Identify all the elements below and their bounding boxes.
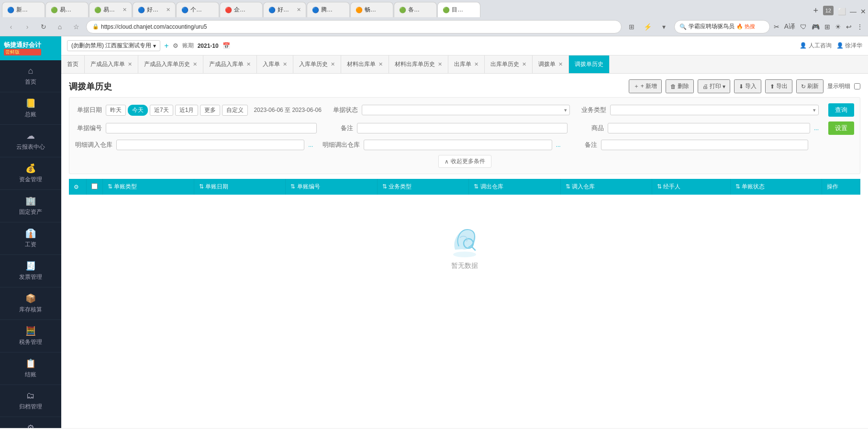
- browser-tab-tab10[interactable]: 🟢各…: [394, 2, 437, 17]
- col-from-wh[interactable]: ⇅ 调出仓库: [469, 179, 560, 195]
- page-tab-transfer-history[interactable]: 调拨单历史: [569, 55, 610, 74]
- back-btn[interactable]: ‹: [5, 21, 17, 33]
- tab-close-icon[interactable]: ✕: [283, 61, 287, 67]
- select-all-checkbox[interactable]: [91, 183, 98, 189]
- tab-close-icon[interactable]: ✕: [522, 61, 526, 67]
- sidebar-item-payroll[interactable]: 👔工资: [0, 222, 61, 255]
- setting-btn[interactable]: 设置: [828, 121, 854, 135]
- goods-more-icon[interactable]: ...: [814, 125, 819, 132]
- sidebar-item-home[interactable]: ⌂首页: [0, 60, 61, 92]
- calendar-icon[interactable]: 📅: [223, 42, 230, 49]
- scissors-icon[interactable]: ✂: [774, 23, 779, 31]
- status-select[interactable]: [362, 105, 570, 115]
- browser-tab-tab9[interactable]: 🟠畅…: [350, 2, 393, 17]
- undo-icon[interactable]: ↩: [846, 23, 852, 31]
- col-no[interactable]: ⇅ 单账编号: [286, 179, 377, 195]
- date-btn-近1月[interactable]: 近1月: [175, 105, 199, 116]
- out-warehouse-more-icon[interactable]: ...: [556, 142, 561, 148]
- delete-btn[interactable]: 🗑 删除: [666, 79, 694, 93]
- address-box[interactable]: 🔒 https://cloud.chanjet.com/accounting/u…: [86, 20, 622, 33]
- customer-service-btn[interactable]: 👤 人工咨询: [800, 42, 831, 50]
- remark-input[interactable]: [357, 123, 568, 133]
- page-tab-product-in[interactable]: 产成品入库单✕: [85, 55, 138, 74]
- page-tab-out[interactable]: 出库单✕: [448, 55, 485, 74]
- sidebar-item-tax[interactable]: 🧮税务管理: [0, 320, 61, 352]
- sidebar-item-settings[interactable]: ⚙基础设置: [0, 417, 61, 428]
- menu-btn[interactable]: ▾: [658, 21, 670, 33]
- close-browser-btn[interactable]: ✕: [860, 8, 866, 15]
- in-warehouse-more-icon[interactable]: ...: [308, 142, 313, 148]
- add-company-btn[interactable]: +: [164, 42, 168, 50]
- controller-icon[interactable]: 🎮: [812, 23, 820, 31]
- translate-icon[interactable]: A译: [784, 22, 795, 31]
- page-tab-home[interactable]: 首页: [61, 55, 85, 74]
- table-settings-col[interactable]: ⚙: [69, 179, 86, 195]
- date-btn-昨天[interactable]: 昨天: [106, 105, 126, 116]
- date-btn-自定义[interactable]: 自定义: [222, 105, 248, 116]
- sidebar-item-ledger[interactable]: 📒总账: [0, 92, 61, 125]
- company-selector[interactable]: (勿删勿禁用) 江西服宝测试专用 ▾: [67, 40, 160, 51]
- date-btn-今天[interactable]: 今天: [128, 105, 148, 116]
- col-date[interactable]: ⇅ 单账日期: [194, 179, 285, 195]
- page-tab-transfer[interactable]: 调拨单✕: [533, 55, 569, 74]
- collapse-btn[interactable]: ∧ 收起更多条件: [438, 155, 491, 168]
- tab-close-icon[interactable]: ✕: [193, 61, 197, 67]
- tab-close-icon[interactable]: ✕: [438, 61, 442, 67]
- goods-input[interactable]: [608, 123, 810, 133]
- page-tab-out-history[interactable]: 出库单历史✕: [485, 55, 533, 74]
- browser-tab-tab4[interactable]: 🔵好…✕: [133, 2, 176, 17]
- date-btn-近7天[interactable]: 近7天: [150, 105, 173, 116]
- import-btn[interactable]: ⬇ 导入: [734, 79, 761, 93]
- browser-tab-tab2[interactable]: 🟢易…: [45, 2, 89, 17]
- page-tab-stock-in-history[interactable]: 入库单历史✕: [293, 55, 341, 74]
- settings-icon[interactable]: ⚙: [173, 42, 178, 49]
- sidebar-item-reports[interactable]: ☁云报表中心: [0, 125, 61, 157]
- bookmark-btn[interactable]: ☆: [70, 21, 82, 33]
- home-btn[interactable]: ⌂: [54, 21, 66, 33]
- page-tab-stock-in[interactable]: 入库单✕: [257, 55, 293, 74]
- docno-input[interactable]: [106, 123, 317, 133]
- date-btn-更多[interactable]: 更多: [200, 105, 220, 116]
- user-avatar[interactable]: 👤 徐泽华: [836, 42, 862, 50]
- col-handler[interactable]: ⇅ 经手人: [652, 179, 731, 195]
- sidebar-item-fixed-assets[interactable]: 🏢固定资产: [0, 190, 61, 222]
- page-tab-material-out[interactable]: 材料出库单✕: [341, 55, 389, 74]
- restore-btn[interactable]: ⬜: [838, 8, 846, 15]
- out-warehouse-input[interactable]: [364, 140, 552, 150]
- browser-tab-tab5[interactable]: 🔵个…: [176, 2, 219, 17]
- tab-close-icon[interactable]: ✕: [128, 61, 132, 67]
- browser-tab-tab6[interactable]: 🔴企…: [220, 2, 263, 17]
- browser-tab-tab11[interactable]: 🟢目…: [437, 2, 480, 17]
- grid-icon[interactable]: ⊞: [824, 23, 830, 31]
- tab-close-icon[interactable]: ✕: [474, 61, 479, 67]
- col-to-wh[interactable]: ⇅ 调入仓库: [560, 179, 652, 195]
- query-btn[interactable]: 查询: [828, 103, 854, 117]
- new-tab-button[interactable]: +: [809, 4, 823, 17]
- sidebar-item-closing[interactable]: 📋结账: [0, 352, 61, 385]
- browser-tab-tab1[interactable]: 🔵新…: [2, 2, 45, 17]
- note-input[interactable]: [601, 140, 808, 150]
- tab-close-icon[interactable]: ✕: [558, 61, 563, 67]
- biz-type-select[interactable]: [610, 105, 819, 115]
- browser-tab-tab8[interactable]: 🔵腾…: [307, 2, 350, 17]
- lightning-btn[interactable]: ⚡: [642, 21, 654, 33]
- print-btn[interactable]: 🖨 打印 ▾: [698, 79, 730, 93]
- browser-tab-tab3[interactable]: 🟢易…✕: [89, 2, 132, 17]
- tab-close-icon[interactable]: ✕: [331, 61, 335, 67]
- table-select-all-col[interactable]: [86, 179, 102, 195]
- new-btn[interactable]: ＋ + 新增: [629, 79, 662, 93]
- sidebar-item-archive[interactable]: 🗂归档管理: [0, 385, 61, 417]
- sidebar-item-stock[interactable]: 📦库存核算: [0, 287, 61, 320]
- extensions-btn[interactable]: ⊞: [625, 21, 638, 33]
- gear-icon[interactable]: ⚙: [74, 184, 79, 190]
- brightness-icon[interactable]: ☀: [835, 23, 841, 31]
- forward-btn[interactable]: ›: [21, 21, 33, 33]
- tab-close-icon[interactable]: ✕: [378, 61, 383, 67]
- col-biz-type[interactable]: ⇅ 业务类型: [377, 179, 468, 195]
- more-icon[interactable]: ⋮: [857, 23, 863, 31]
- shield-icon[interactable]: 🛡: [800, 23, 807, 31]
- page-tab-material-out-history[interactable]: 材料出库单历史✕: [389, 55, 448, 74]
- sidebar-item-invoice-mgmt[interactable]: 🧾发票管理: [0, 255, 61, 287]
- sidebar-item-assets-mgmt[interactable]: 💰资金管理: [0, 157, 61, 190]
- minimize-btn[interactable]: —: [850, 8, 857, 15]
